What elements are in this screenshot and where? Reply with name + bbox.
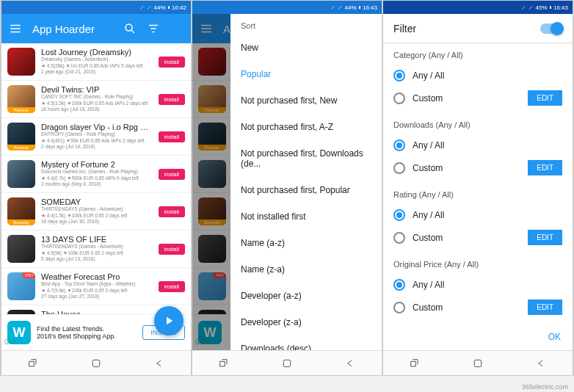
nav-home-icon[interactable] [281, 357, 293, 369]
filter-body[interactable]: Category (Any / All)Any / AllCustomEDITD… [383, 43, 573, 322]
filter-option-label: Custom [413, 233, 520, 243]
svg-point-6 [175, 28, 176, 29]
fab-play[interactable] [154, 306, 184, 335]
radio-icon[interactable] [393, 70, 405, 81]
app-thumbnail [7, 160, 35, 188]
app-title: Lost Journey (Dreamsky) [41, 48, 153, 57]
app-row[interactable]: Lost Journey (Dreamsky)Dreamsky (Games -… [1, 43, 191, 81]
filter-section-heading: Category (Any / All) [393, 51, 562, 59]
edit-button[interactable]: EDIT [528, 300, 562, 315]
sort-option[interactable]: Not purchased first, A-Z [230, 114, 382, 140]
radio-icon[interactable] [393, 92, 405, 104]
menu-icon[interactable] [9, 22, 22, 35]
panel-sort: ⟋ ⟋ 44% ▮ 16:43 Ap Lost Journey (Dreamsk… [192, 1, 382, 375]
filter-option-custom[interactable]: CustomEDIT [393, 295, 562, 319]
filter-option-any[interactable]: Any / All [393, 135, 562, 156]
filter-option-label: Any / All [413, 210, 562, 220]
app-stats: ★ 4.4(1.5k) ▼100k EUR 0.85 2 days left [41, 213, 153, 219]
ok-button[interactable]: OK [548, 332, 561, 342]
app-row[interactable]: PremiumDragon slayer Vip - i.o Rpg gameE… [1, 118, 191, 156]
app-stats: ★ 4.5(3.5k) ▼100k EUR 0.85 Ads IAPs 2 da… [41, 101, 153, 106]
edit-button[interactable]: EDIT [528, 230, 562, 245]
premium-badge: Premium [7, 107, 35, 113]
sort-option[interactable]: Developer (z-a) [230, 309, 382, 335]
sort-option[interactable]: Developer (a-z) [230, 283, 382, 309]
more-icon[interactable] [170, 22, 184, 35]
watermark: 365electric.com [522, 383, 568, 391]
app-date: 1 year ago (Oct 21, 2016) [41, 69, 153, 75]
radio-icon[interactable] [393, 279, 405, 291]
sort-option[interactable]: Name (z-a) [230, 256, 382, 283]
svg-rect-8 [92, 360, 99, 366]
filter-option-custom[interactable]: CustomEDIT [393, 225, 562, 250]
filter-switch[interactable] [540, 23, 562, 34]
install-button[interactable]: install [159, 281, 185, 292]
nav-back-icon[interactable] [344, 357, 356, 369]
app-list[interactable]: Lost Journey (Dreamsky)Dreamsky (Games -… [1, 43, 191, 314]
app-row[interactable]: Mystery of Fortune 2Dotomchi Games Inc. … [1, 156, 191, 193]
filter-footer: OK [383, 322, 573, 350]
app-date: 16 hours ago (Jul 18, 2018) [41, 106, 153, 112]
install-button[interactable]: install [159, 94, 185, 105]
sort-option[interactable]: Not purchased first, New [230, 87, 382, 114]
svg-rect-9 [283, 360, 290, 366]
app-thumbnail: Moresday [7, 197, 35, 225]
app-subtitle: Dreamsky (Games - Adventure) [41, 57, 153, 62]
sort-option[interactable]: Not installed first [230, 203, 382, 230]
app-title: Mystery of Fortune 2 [41, 160, 153, 169]
ad-choices[interactable]: ⓘ▷ [4, 338, 16, 346]
edit-button[interactable]: EDIT [528, 160, 562, 175]
edit-button[interactable]: EDIT [528, 90, 562, 106]
sort-option[interactable]: Not purchased first, Popular [230, 177, 382, 203]
radio-icon[interactable] [393, 162, 405, 174]
filter-section: Original Price (Any / All)Any / AllCusto… [383, 253, 573, 322]
install-button[interactable]: install [159, 169, 185, 180]
radio-icon[interactable] [393, 139, 405, 151]
filter-section-heading: Original Price (Any / All) [393, 260, 562, 269]
app-row[interactable]: MoresdaySOMEDAYTHIRTEENDAYS (Games - Adv… [1, 193, 191, 231]
nav-home-icon[interactable] [90, 357, 102, 369]
radio-icon[interactable] [393, 209, 405, 221]
radio-icon[interactable] [393, 302, 405, 313]
nav-home-icon[interactable] [472, 357, 484, 369]
app-row[interactable]: PremiumDevil Twins: VIPCANDY SOFT, INC (… [1, 81, 191, 118]
search-icon[interactable] [123, 22, 137, 35]
radio-icon[interactable] [393, 232, 405, 244]
filter-option-any[interactable]: Any / All [393, 205, 562, 225]
filter-option-label: Any / All [413, 70, 562, 81]
sort-option[interactable]: Name (a-z) [230, 230, 382, 256]
app-meta: Weather Forecast ProBest App - Top Droid… [41, 272, 153, 300]
install-button[interactable]: install [159, 57, 185, 68]
app-row[interactable]: 13 DAYS OF LIFETHIRTEENDAYS (Games - Adv… [1, 231, 191, 268]
filter-option-custom[interactable]: CustomEDIT [393, 156, 562, 180]
app-meta: Dragon slayer Vip - i.o Rpg gameENTROPY … [41, 123, 153, 150]
sort-option[interactable]: Not purchased first, Downloads (de... [230, 140, 382, 177]
filter-bar: Filter [383, 14, 573, 43]
nav-recent-icon[interactable] [27, 357, 39, 369]
nav-recent-icon[interactable] [218, 357, 230, 369]
sort-option[interactable]: Downloads (desc) [230, 335, 382, 350]
app-subtitle: THIRTEENDAYS (Games - Adventure) [41, 206, 153, 212]
nav-back-icon[interactable] [535, 357, 547, 369]
filter-option-any[interactable]: Any / All [393, 275, 562, 295]
app-subtitle: CANDY SOFT, INC (Games - Role Playing) [41, 94, 153, 100]
app-title: Devil Twins: VIP [41, 85, 153, 94]
filter-option-custom[interactable]: CustomEDIT [393, 86, 562, 110]
panel-filter: ⟋ ⟋ 45% ▮ 16:43 Filter Category (Any / A… [383, 1, 573, 375]
sort-heading: Sort [230, 14, 382, 35]
filter-section: Rating (Any / All)Any / AllCustomEDIT [383, 183, 573, 253]
app-row[interactable]: PROWeather Forecast ProBest App - Top Dr… [1, 268, 191, 305]
filter-option-label: Custom [413, 93, 520, 104]
sort-option[interactable]: Popular [230, 61, 382, 87]
app-meta: SOMEDAYTHIRTEENDAYS (Games - Adventure)★… [41, 197, 153, 225]
nav-back-icon[interactable] [153, 357, 165, 369]
nav-recent-icon[interactable] [409, 357, 421, 369]
filter-option-any[interactable]: Any / All [393, 65, 562, 86]
filter-icon[interactable] [147, 22, 160, 35]
install-button[interactable]: install [159, 244, 185, 255]
nav-bar [1, 350, 191, 375]
svg-point-5 [175, 27, 176, 28]
install-button[interactable]: install [159, 131, 185, 142]
install-button[interactable]: install [159, 206, 185, 217]
sort-option[interactable]: New [230, 35, 382, 61]
